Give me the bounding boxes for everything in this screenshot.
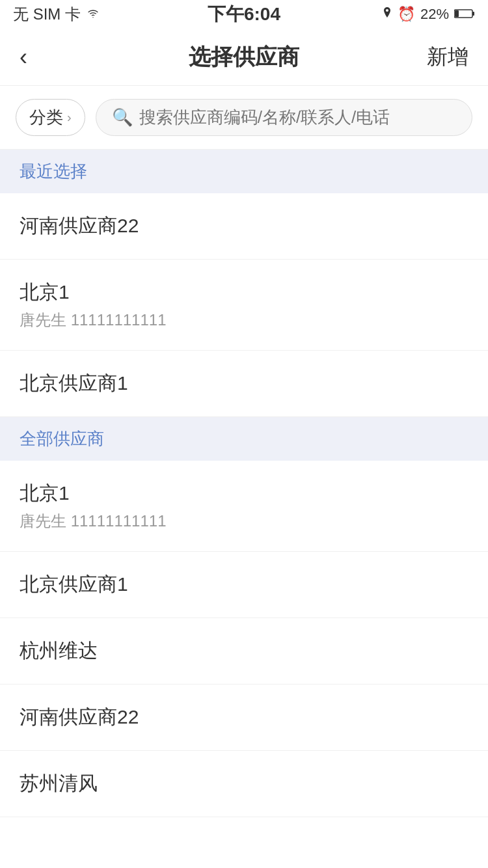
- all-header-label: 全部供应商: [20, 429, 104, 448]
- location-icon: [382, 6, 392, 23]
- recent-section-header: 最近选择: [0, 150, 488, 193]
- no-sim-label: 无 SIM 卡: [13, 4, 81, 25]
- search-input[interactable]: [139, 107, 456, 128]
- all-list: 北京1唐先生 11111111111北京供应商1杭州维达河南供应商22苏州清风: [0, 461, 488, 817]
- list-item[interactable]: 河南供应商22: [0, 193, 488, 260]
- item-name: 北京供应商1: [20, 370, 468, 397]
- item-name: 苏州清风: [20, 770, 468, 797]
- svg-rect-3: [455, 10, 459, 17]
- add-button[interactable]: 新增: [416, 43, 468, 72]
- recent-header-label: 最近选择: [20, 161, 87, 181]
- recent-list: 河南供应商22北京1唐先生 11111111111北京供应商1: [0, 193, 488, 417]
- nav-bar: ‹ 选择供应商 新增: [0, 29, 488, 86]
- chevron-right-icon: ›: [67, 110, 72, 125]
- item-sub: 唐先生 11111111111: [20, 511, 468, 532]
- back-button[interactable]: ‹: [20, 44, 72, 71]
- status-bar: 无 SIM 卡 下午6:04 ⏰ 22%: [0, 0, 488, 29]
- list-item[interactable]: 杭州维达: [0, 618, 488, 685]
- search-box[interactable]: 🔍: [96, 99, 472, 136]
- status-right: ⏰ 22%: [382, 6, 475, 23]
- alarm-icon: ⏰: [398, 6, 415, 23]
- all-section-header: 全部供应商: [0, 417, 488, 461]
- list-item[interactable]: 北京1唐先生 11111111111: [0, 461, 488, 552]
- search-icon: 🔍: [112, 107, 133, 128]
- list-item[interactable]: 北京供应商1: [0, 552, 488, 618]
- item-name: 北京1: [20, 279, 468, 306]
- item-name: 北京供应商1: [20, 571, 468, 598]
- filter-bar: 分类 › 🔍: [0, 86, 488, 150]
- page-title: 选择供应商: [72, 42, 416, 72]
- item-name: 杭州维达: [20, 638, 468, 664]
- battery-label: 22%: [420, 6, 449, 23]
- wifi-icon: [86, 5, 100, 23]
- list-item[interactable]: 北京供应商1: [0, 351, 488, 417]
- item-name: 河南供应商22: [20, 704, 468, 731]
- svg-rect-2: [472, 12, 474, 16]
- item-name: 北京1: [20, 480, 468, 507]
- battery-icon: [454, 6, 475, 23]
- category-button[interactable]: 分类 ›: [16, 99, 85, 136]
- status-left: 无 SIM 卡: [13, 4, 100, 25]
- list-item[interactable]: 苏州清风: [0, 751, 488, 817]
- status-time: 下午6:04: [208, 2, 280, 27]
- list-item[interactable]: 北京1唐先生 11111111111: [0, 260, 488, 351]
- list-item[interactable]: 河南供应商22: [0, 685, 488, 751]
- item-sub: 唐先生 11111111111: [20, 310, 468, 331]
- svg-point-0: [92, 17, 93, 18]
- item-name: 河南供应商22: [20, 213, 468, 239]
- category-label: 分类: [29, 106, 63, 129]
